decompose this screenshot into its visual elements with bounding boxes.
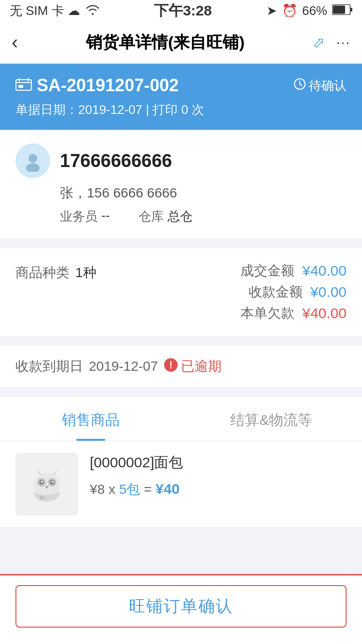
customer-section: 17666666666 张，156 6666 6666 业务员 -- 仓库 总仓 (0, 130, 362, 238)
product-info: [0000002]面包 ¥8 x 5包 = ¥40 (90, 453, 347, 499)
sales-label: 业务员 (60, 208, 97, 225)
more-button[interactable]: ··· (336, 35, 350, 50)
customer-phone: 17666666666 (60, 151, 172, 171)
customer-row: 17666666666 (15, 143, 347, 178)
bottom-bar: 旺铺订单确认 (0, 574, 362, 644)
nav-bar: ‹ 销货单详情(来自旺铺) ⬀ ··· (0, 21, 362, 64)
received-label: 收款金额 (249, 283, 303, 301)
product-equals: = (140, 482, 155, 497)
order-id-row: SA-20191207-002 待确认 (15, 75, 347, 96)
battery-icon (332, 3, 352, 18)
product-price: ¥8 x (90, 482, 119, 497)
svg-point-16 (52, 481, 54, 483)
nav-right: ⬀ ··· (313, 34, 350, 51)
deal-amount-label: 成交金额 (240, 262, 294, 280)
warehouse-value: 总仓 (167, 208, 193, 225)
product-name: [0000002]面包 (90, 453, 347, 473)
order-header: SA-20191207-002 待确认 单据日期：2019-12-07 | 打印… (0, 64, 362, 130)
owed-label: 本单欠款 (240, 304, 294, 322)
amounts-area: 成交金额 ¥40.00 收款金额 ¥0.00 本单欠款 ¥40.00 (240, 262, 347, 322)
nav-title: 销货单详情(来自旺铺) (86, 31, 245, 54)
product-quantity: 5包 (119, 482, 140, 497)
svg-text:野+: 野+ (40, 496, 46, 501)
tab-products[interactable]: 销售商品 (0, 397, 181, 441)
location-icon: ➤ (266, 3, 277, 18)
order-id: SA-20191207-002 (15, 75, 179, 96)
warehouse-label: 仓库 (139, 208, 164, 225)
received-amount-row: 收款金额 ¥0.00 (249, 283, 347, 301)
nav-left: ‹ (12, 31, 18, 53)
deal-amount-row: 成交金额 ¥40.00 (240, 262, 347, 280)
product-price-row: ¥8 x 5包 = ¥40 (90, 480, 347, 499)
alarm-icon: ⏰ (282, 3, 297, 18)
status-left: 无 SIM 卡 ☁ (10, 2, 99, 19)
sales-item: 业务员 -- (60, 208, 110, 225)
order-id-icon (15, 75, 32, 96)
svg-point-9 (170, 367, 172, 368)
summary-row: 商品种类 1种 成交金额 ¥40.00 收款金额 ¥0.00 本单欠款 ¥40.… (15, 262, 347, 322)
owed-amount-row: 本单欠款 ¥40.00 (240, 304, 347, 322)
status-time: 下午3:28 (154, 1, 212, 21)
customer-meta: 业务员 -- 仓库 总仓 (15, 208, 347, 225)
product-kind-label: 商品种类 (15, 264, 70, 282)
overdue-text: 已逾期 (181, 357, 222, 376)
avatar (15, 143, 50, 178)
tabs-bar: 销售商品 结算&物流等 (0, 397, 362, 441)
deal-amount-value: ¥40.00 (302, 263, 347, 279)
order-status: 待确认 (293, 77, 347, 94)
overdue-icon (164, 358, 178, 376)
due-date-section: 收款到期日 2019-12-07 已逾期 (0, 346, 362, 387)
received-value: ¥0.00 (310, 284, 347, 300)
status-right: ➤ ⏰ 66% (266, 3, 352, 18)
due-date-value: 2019-12-07 (89, 359, 158, 374)
due-date-label: 收款到期日 (15, 357, 83, 376)
svg-point-15 (41, 481, 43, 483)
svg-rect-1 (350, 8, 352, 12)
product-section: 野+ [0000002]面包 ¥8 x 5包 = ¥40 (0, 441, 362, 527)
product-thumbnail: 野+ (15, 453, 78, 516)
product-total: ¥40 (155, 481, 180, 497)
svg-point-7 (26, 163, 40, 172)
battery-percent: 66% (302, 3, 327, 18)
svg-rect-4 (18, 85, 23, 88)
order-date-row: 单据日期：2019-12-07 | 打印 0 次 (15, 101, 347, 118)
svg-rect-3 (16, 80, 31, 90)
warehouse-item: 仓库 总仓 (139, 208, 193, 225)
svg-rect-2 (333, 5, 345, 14)
owed-value: ¥40.00 (302, 305, 347, 322)
status-bar: 无 SIM 卡 ☁ 下午3:28 ➤ ⏰ 66% (0, 0, 362, 21)
product-kind-area: 商品种类 1种 (15, 264, 97, 282)
sales-value: -- (101, 208, 110, 225)
clock-icon (293, 78, 306, 94)
wifi-icon (86, 3, 99, 18)
customer-name: 张，156 6666 6666 (15, 184, 347, 202)
overdue-badge: 已逾期 (164, 357, 222, 376)
export-button[interactable]: ⬀ (313, 34, 325, 51)
svg-point-6 (28, 154, 37, 163)
order-summary-section: 商品种类 1种 成交金额 ¥40.00 收款金额 ¥0.00 本单欠款 ¥40.… (0, 248, 362, 336)
no-sim-label: 无 SIM 卡 ☁ (10, 2, 80, 19)
product-kind-value: 1种 (75, 264, 97, 282)
back-button[interactable]: ‹ (12, 31, 18, 53)
tab-settlement[interactable]: 结算&物流等 (181, 397, 362, 441)
confirm-order-button[interactable]: 旺铺订单确认 (15, 585, 347, 628)
